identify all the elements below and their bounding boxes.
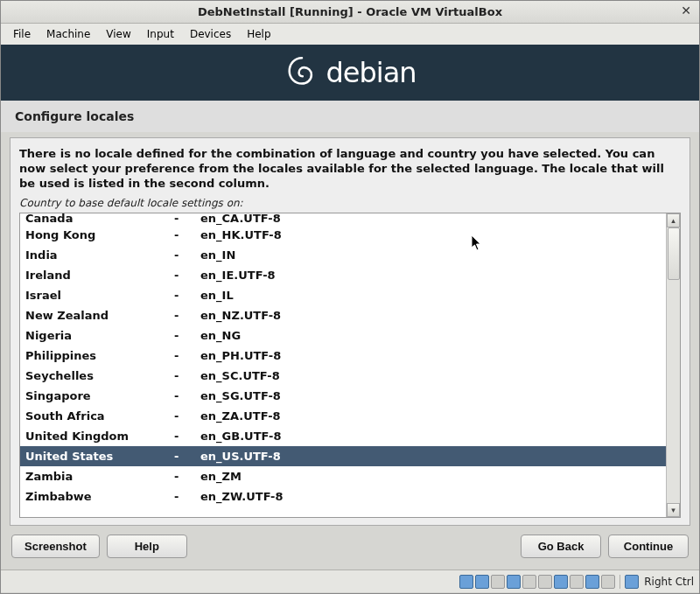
locale-sep: - <box>174 289 200 302</box>
status-hostkey-icon[interactable] <box>625 575 639 589</box>
locale-sep: - <box>174 450 200 463</box>
debian-swirl-icon <box>284 54 320 91</box>
locale-row[interactable]: Zimbabwe-en_ZW.UTF-8 <box>20 486 666 507</box>
locale-country: Seychelles <box>25 369 174 382</box>
window-title: DebNetInstall [Running] - Oracle VM Virt… <box>198 5 502 18</box>
bottom-bar: Screenshot Help Go Back Continue <box>1 526 699 570</box>
locale-sep: - <box>174 470 200 483</box>
status-display-icon[interactable] <box>554 575 568 589</box>
locale-sep: - <box>174 409 200 423</box>
vm-statusbar: Right Ctrl <box>1 570 699 592</box>
status-hostkey-label: Right Ctrl <box>644 576 694 588</box>
locale-sep: - <box>174 228 200 241</box>
locale-country: New Zealand <box>25 309 174 322</box>
locale-row[interactable]: New Zealand-en_NZ.UTF-8 <box>20 305 666 325</box>
locale-listbox[interactable]: Canada-en_CA.UTF-8Hong Kong-en_HK.UTF-8I… <box>19 213 681 518</box>
locale-country: Zambia <box>25 470 174 483</box>
locale-row[interactable]: Israel-en_IL <box>20 285 666 305</box>
locale-country: Zimbabwe <box>25 490 174 503</box>
locale-row[interactable]: Philippines-en_PH.UTF-8 <box>20 346 666 366</box>
locale-row[interactable]: Nigeria-en_NG <box>20 325 666 346</box>
content-panel: There is no locale defined for the combi… <box>10 137 690 526</box>
go-back-button[interactable]: Go Back <box>521 535 601 558</box>
window-titlebar: DebNetInstall [Running] - Oracle VM Virt… <box>1 1 699 24</box>
locale-country: Israel <box>25 289 174 302</box>
locale-row[interactable]: Singapore-en_SG.UTF-8 <box>20 386 666 406</box>
locale-sep: - <box>174 389 200 402</box>
status-cpu-icon[interactable] <box>585 575 599 589</box>
locale-code: en_IE.UTF-8 <box>200 269 661 282</box>
menu-help[interactable]: Help <box>240 25 277 43</box>
locale-sep: - <box>174 269 200 282</box>
banner-brand-text: debian <box>326 56 416 89</box>
locale-code: en_NG <box>200 329 661 342</box>
locale-row[interactable]: Ireland-en_IE.UTF-8 <box>20 265 666 285</box>
locale-code: en_ZW.UTF-8 <box>200 490 661 503</box>
status-mouse-icon[interactable] <box>601 575 615 589</box>
locale-row[interactable]: United States-en_US.UTF-8 <box>20 446 666 466</box>
locale-country: Canada <box>25 213 174 225</box>
continue-button[interactable]: Continue <box>608 535 689 558</box>
menu-view[interactable]: View <box>99 25 137 43</box>
status-audio-icon[interactable] <box>491 575 505 589</box>
status-shared-folders-icon[interactable] <box>538 575 552 589</box>
locale-code: en_IN <box>200 248 661 262</box>
locale-code: en_ZA.UTF-8 <box>200 409 661 423</box>
status-recording-icon[interactable] <box>570 575 584 589</box>
locale-row[interactable]: Seychelles-en_SC.UTF-8 <box>20 366 666 386</box>
prompt-text: Country to base default locale settings … <box>19 197 681 209</box>
scroll-thumb[interactable] <box>668 227 680 280</box>
locale-code: en_ZM <box>200 470 661 483</box>
locale-sep: - <box>174 349 200 362</box>
status-separator <box>620 575 620 589</box>
locale-country: United Kingdom <box>25 430 174 443</box>
menu-machine[interactable]: Machine <box>39 25 97 43</box>
menu-input[interactable]: Input <box>140 25 181 43</box>
locale-code: en_SC.UTF-8 <box>200 369 661 382</box>
menu-file[interactable]: File <box>6 25 38 43</box>
scrollbar[interactable]: ▴ ▾ <box>666 213 680 517</box>
status-network-icon[interactable] <box>507 575 521 589</box>
locale-code: en_NZ.UTF-8 <box>200 309 661 322</box>
locale-row[interactable]: United Kingdom-en_GB.UTF-8 <box>20 426 666 446</box>
scroll-down-button[interactable]: ▾ <box>667 503 680 517</box>
locale-code: en_IL <box>200 289 661 302</box>
status-optical-icon[interactable] <box>475 575 489 589</box>
locale-sep: - <box>174 248 200 262</box>
locale-code: en_US.UTF-8 <box>200 450 661 463</box>
locale-code: en_GB.UTF-8 <box>200 430 661 443</box>
status-usb-icon[interactable] <box>522 575 536 589</box>
locale-code: en_PH.UTF-8 <box>200 349 661 362</box>
locale-row[interactable]: Canada-en_CA.UTF-8 <box>20 213 666 225</box>
explain-text: There is no locale defined for the combi… <box>19 147 681 192</box>
locale-country: India <box>25 248 174 262</box>
locale-sep: - <box>174 430 200 443</box>
screenshot-button[interactable]: Screenshot <box>11 535 100 558</box>
locale-row[interactable]: India-en_IN <box>20 245 666 265</box>
locale-row[interactable]: South Africa-en_ZA.UTF-8 <box>20 406 666 426</box>
locale-sep: - <box>174 329 200 342</box>
locale-sep: - <box>174 213 200 225</box>
locale-sep: - <box>174 490 200 503</box>
locale-country: United States <box>25 450 174 463</box>
locale-country: Ireland <box>25 269 174 282</box>
scroll-up-button[interactable]: ▴ <box>667 213 680 227</box>
menu-devices[interactable]: Devices <box>183 25 238 43</box>
locale-code: en_CA.UTF-8 <box>200 213 661 225</box>
section-heading: Configure locales <box>1 101 699 132</box>
locale-row[interactable]: Zambia-en_ZM <box>20 466 666 486</box>
menubar: File Machine View Input Devices Help <box>1 24 699 45</box>
status-harddisk-icon[interactable] <box>459 575 473 589</box>
locale-country: Hong Kong <box>25 228 174 241</box>
locale-code: en_SG.UTF-8 <box>200 389 661 402</box>
window-close-button[interactable]: ✕ <box>678 4 694 20</box>
locale-country: Singapore <box>25 389 174 402</box>
help-button[interactable]: Help <box>107 535 187 558</box>
debian-banner: debian <box>1 45 699 101</box>
locale-country: South Africa <box>25 409 174 423</box>
locale-sep: - <box>174 369 200 382</box>
locale-sep: - <box>174 309 200 322</box>
locale-row[interactable]: Hong Kong-en_HK.UTF-8 <box>20 225 666 245</box>
locale-country: Nigeria <box>25 329 174 342</box>
locale-code: en_HK.UTF-8 <box>200 228 661 241</box>
